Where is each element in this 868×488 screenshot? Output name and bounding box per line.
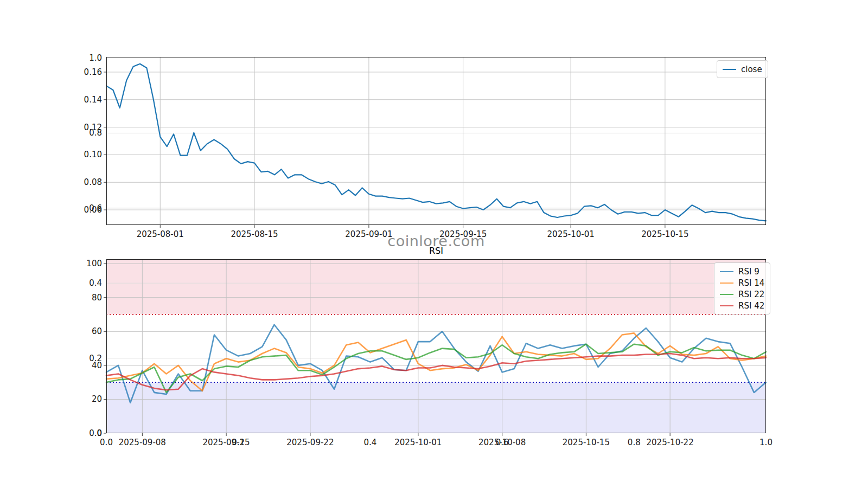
- x-axis-tick-label: 2025-10-01: [547, 229, 595, 239]
- overlay-y-tick-label: 0.4: [89, 278, 102, 288]
- overlay-x-tick-label: 1.0: [760, 438, 773, 447]
- chart-figure: coinlore.com RSI 0.160.140.120.100.080.0…: [0, 0, 868, 488]
- x-axis-tick-label: 2025-08-15: [231, 229, 278, 239]
- x-axis-tick-label: 2025-10-22: [647, 438, 694, 447]
- overlay-y-tick-label: 0.0: [89, 428, 102, 438]
- y-axis-tick-label: 0.12: [84, 123, 102, 132]
- overlay-y-tick-label: 0.8: [89, 128, 102, 138]
- x-axis-tick-label: 2025-10-08: [478, 438, 526, 447]
- legend-item: RSI 9: [720, 266, 764, 277]
- y-axis-tick-label: 0.10: [84, 150, 102, 159]
- price-chart: [106, 57, 766, 225]
- x-axis-tick-label: 2025-09-22: [286, 438, 334, 447]
- legend-label: close: [741, 65, 762, 74]
- y-axis-tick-label: 0.16: [84, 67, 102, 77]
- x-axis-tick-label: 2025-10-01: [394, 438, 442, 447]
- overlay-y-tick-label: 0.6: [89, 203, 102, 213]
- overlay-x-tick-label: 0.0: [100, 438, 113, 447]
- y-axis-tick-label: 0.06: [84, 205, 102, 215]
- overlay-y-tick-label: 1.0: [89, 53, 102, 63]
- rsi-legend: RSI 9RSI 14RSI 22RSI 42: [714, 262, 770, 314]
- y-axis-tick-label: 100: [86, 259, 102, 268]
- y-axis-tick-label: 0.14: [84, 95, 102, 105]
- legend-item: RSI 42: [720, 300, 764, 311]
- price-legend: close: [717, 60, 768, 78]
- x-axis-tick-label: 2025-10-15: [641, 229, 688, 239]
- legend-line-swatch: [720, 271, 733, 272]
- y-axis-tick-label: 20: [92, 394, 102, 404]
- y-axis-tick-label: 80: [92, 293, 102, 303]
- x-axis-tick-label: 2025-09-08: [119, 438, 166, 447]
- overlay-x-tick-label: 0.8: [628, 438, 641, 447]
- legend-item: RSI 14: [720, 277, 764, 288]
- legend-item: RSI 22: [720, 288, 764, 300]
- legend-label: RSI 9: [738, 267, 760, 277]
- x-axis-tick-label: 2025-09-15: [202, 438, 250, 447]
- overlay-x-tick-label: 0.6: [496, 438, 509, 447]
- legend-label: RSI 14: [738, 278, 764, 288]
- rsi-chart: [106, 259, 766, 433]
- y-axis-tick-label: 60: [92, 326, 102, 336]
- overlay-x-tick-label: 0.4: [363, 438, 376, 447]
- x-axis-tick-label: 2025-10-15: [563, 438, 610, 447]
- overlay-y-tick-label: 0.2: [89, 354, 102, 363]
- legend-line-swatch: [720, 305, 733, 306]
- y-axis-tick-label: 0: [97, 428, 102, 438]
- legend-item: close: [723, 63, 762, 75]
- rsi-chart-title: RSI: [429, 246, 443, 256]
- y-axis-tick-label: 0.08: [84, 177, 102, 187]
- legend-line-swatch: [720, 282, 733, 284]
- x-axis-tick-label: 2025-08-01: [137, 229, 184, 239]
- x-axis-tick-label: 2025-09-01: [345, 229, 392, 239]
- legend-label: RSI 42: [738, 301, 764, 311]
- overlay-x-tick-label: 0.2: [232, 438, 245, 447]
- legend-label: RSI 22: [738, 290, 764, 299]
- legend-line-swatch: [723, 69, 736, 70]
- y-axis-tick-label: 40: [92, 361, 102, 370]
- legend-line-swatch: [720, 294, 733, 295]
